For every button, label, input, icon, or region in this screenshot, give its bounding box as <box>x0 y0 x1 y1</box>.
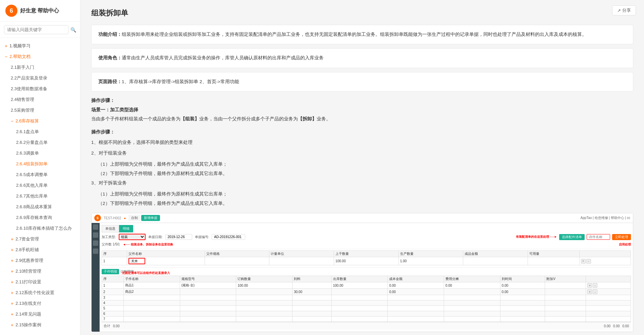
sidebar-item-video[interactable]: + 1.视频学习 <box>0 41 80 51</box>
sim-tab-home[interactable]: 自制 <box>128 215 141 221</box>
sidebar-item-personalize[interactable]: + 2.12系统个性化设置 <box>0 287 80 298</box>
share-button[interactable]: ↗ 分享 <box>612 5 636 15</box>
sim-th-seq: 序 <box>102 251 127 257</box>
sim-app-links: AppTao | 给您维修 | 帮助中心 | cc <box>581 216 630 220</box>
sim-footer-alloc: 0.00 <box>613 324 620 328</box>
sidebar: 6 好生意 帮助中心 🔍 + 1.视频学习 − 2.帮助文档 2.1新手入门 2… <box>0 0 80 335</box>
step2-2-text: （2）下部明细为子件明细，最终作为原材料生成其它出库单。 <box>91 170 633 178</box>
sim-nav-tabs: 自制 新增单据 <box>128 215 160 221</box>
sim-th-b-seq: 序 <box>102 276 124 282</box>
sim-tab-new[interactable]: 新增单据 <box>141 215 160 221</box>
sidebar-item-faq[interactable]: + 2.14常见问题 <box>0 309 80 320</box>
sidebar-item-finance[interactable]: + 2.7资金管理 <box>0 234 80 244</box>
sidebar-item-sales[interactable]: 2.4销售管理 <box>0 94 80 105</box>
sim-row-del[interactable]: - <box>586 259 591 264</box>
sidebar-item-inv264[interactable]: 2.6.4组装拆卸单 <box>0 159 80 169</box>
sidebar-item-inv266[interactable]: 2.6.6其他入库单 <box>0 180 80 191</box>
sim-tab-mingxi[interactable]: 明细 <box>119 225 133 232</box>
sidebar-item-inv269[interactable]: 2.6.9库存账本查询 <box>0 212 80 223</box>
sim-row-add[interactable]: + <box>581 259 586 264</box>
table-row: 1 商品1 (规格·全) 100.00 100.00 0.00 0.00 0.0… <box>102 282 631 289</box>
sidebar-item-coupon[interactable]: + 2.9优惠券管理 <box>0 255 80 266</box>
path-card: 页面路径：1、库存核算->库存管理->组装拆卸单 2、首页->常用功能 <box>91 72 633 92</box>
sim-th-b-qty-out: 出库数量 <box>331 276 388 282</box>
sim-th-parent-spec: 父件规格 <box>205 251 269 257</box>
sim-row-del-b2[interactable]: - <box>593 289 597 294</box>
sim-input-search-part[interactable] <box>587 234 610 240</box>
share-icon: ↗ <box>617 8 621 13</box>
sidebar-item-inv261[interactable]: 2.6.1盘点单 <box>0 126 80 137</box>
sim-body: 本信息 明细 加工类型: 组装 拆卸 单据日期: 单据编号: <box>92 223 633 332</box>
step3-text: 3、对于拆装业务 <box>91 179 633 187</box>
sim-row-add-b1[interactable]: + <box>587 283 592 288</box>
sidebar-item-inv265[interactable]: 2.6.5成本调整单 <box>0 169 80 180</box>
sidebar-item-onlinepay[interactable]: + 2.13在线支付 <box>0 298 80 309</box>
search-button[interactable]: 🔍 <box>70 27 76 33</box>
sidebar-item-newbie[interactable]: 2.1新手入门 <box>0 62 80 73</box>
sidebar-item-inv268[interactable]: 2.6.8商品成本重算 <box>0 202 80 212</box>
sim-th-b-time: 到时间 <box>500 276 545 282</box>
sim-input-parent-name[interactable] <box>128 258 145 264</box>
logo-text: 好生意 帮助中心 <box>20 7 59 14</box>
sim-th-b-alloc: 费用分摊 <box>444 276 500 282</box>
sim-select-type[interactable]: 组装 拆卸 <box>119 234 146 240</box>
sidebar-item-inv267[interactable]: 2.6.7其他出库单 <box>0 191 80 202</box>
table-row: 1 100.00 1.00 <box>102 257 631 265</box>
sim-tab-jicai[interactable]: 本信息 <box>102 225 119 232</box>
sidebar-item-purchase[interactable]: 2.5采购管理 <box>0 105 80 116</box>
sim-th-b-name: 子件名称 <box>124 276 180 282</box>
sidebar-item-data[interactable]: 2.3使用前数据准备 <box>0 83 80 94</box>
sim-th-unit: 计量单位 <box>269 251 334 257</box>
minus-icon-inventory: − <box>11 118 13 124</box>
table-row: 5 <box>102 306 631 311</box>
sidebar-item-print[interactable]: + 2.11打印设置 <box>0 277 80 287</box>
sidebar-item-help[interactable]: − 2.帮助文档 <box>0 51 80 62</box>
sim-status-icon: ● <box>124 216 126 220</box>
nav-tree: + 1.视频学习 − 2.帮助文档 2.1新手入门 2.2产品安装及登录 2.3… <box>0 38 80 335</box>
annotation-enable: 启用处理 <box>619 242 631 247</box>
sidebar-item-install[interactable]: 2.2产品安装及登录 <box>0 73 80 83</box>
sim-form-row-1: 加工类型: 组装 拆卸 单据日期: 单据编号: 有装配清单的在这里处理 ──► … <box>102 234 631 240</box>
sim-row-add-b2[interactable]: + <box>587 289 592 294</box>
main-content: ↗ 分享 组装拆卸单 功能介绍：组装拆卸单用来处理企业组装或拆卸等加工业务，支持… <box>80 0 644 335</box>
logo-area: 6 好生意 帮助中心 <box>0 0 80 22</box>
sidebar-item-mgmt[interactable]: + 2.10经营管理 <box>0 266 80 277</box>
sidebar-item-mobile[interactable]: + 2.8手机旺辅 <box>0 244 80 255</box>
sidebar-item-inv262[interactable]: 2.6.2分量盘点单 <box>0 137 80 148</box>
search-area: 🔍 <box>0 22 80 38</box>
sim-th-avail: 可用量 <box>528 251 579 257</box>
sim-btn-search[interactable]: 立即处理 <box>612 234 631 240</box>
sim-btn-assembly[interactable]: 选择配件清单 <box>559 234 585 240</box>
sim-th-parent-name: 父件名称 <box>127 251 205 257</box>
search-input[interactable] <box>4 25 68 34</box>
sidebar-item-cases[interactable]: + 2.15操作案例 <box>0 320 80 330</box>
sim-label-type: 加工类型: <box>102 235 116 239</box>
sim-td-qty2: 1.00 <box>398 257 463 265</box>
sidebar-item-inv263[interactable]: 2.6.3调拨单 <box>0 148 80 159</box>
sidebar-item-inventory[interactable]: − 2.6库存核算 <box>0 116 80 126</box>
sidebar-item-inv2610[interactable]: 2.6.10库存账本搞错了怎么办 <box>0 223 80 234</box>
sim-table-bottom-header: 序 子件名称 规格型号 订购数量 到料 出库数量 成本金额 费用分摊 到时间 <box>102 276 631 282</box>
sim-th-b-spec: 规格型号 <box>180 276 236 282</box>
sim-input-billno[interactable] <box>212 234 245 240</box>
ops-steps-title: 操作步骤： <box>91 98 633 104</box>
plus-icon-mobile: + <box>11 247 13 253</box>
plus-icon-coupon: + <box>11 258 13 263</box>
table-row: 6 <box>102 311 631 317</box>
step2-1-text: （1）上部明细为父件明细，最终作为产成品生成其它入库单； <box>91 160 633 168</box>
table-row: 4 <box>102 300 631 306</box>
sim-section-tabs: 本信息 明细 <box>102 225 631 232</box>
annotation-switch: ◄── 组装业务、拆卸业务在这里切换 <box>123 242 173 247</box>
sim-bottom-table-wrap: 无固定清单可以在组件栏处直接录入 序 子件名称 规格型号 订购数量 到料 出库数… <box>102 276 631 322</box>
sim-topbar: 6 TEST-H002 ● 自制 新增单据 AppTao | 给您维修 | 帮助… <box>92 213 633 223</box>
sim-logo-icon: 6 <box>94 215 101 221</box>
sim-td-unit <box>269 257 334 265</box>
scenario1-title: 场景一：加工类型选择 <box>91 107 633 113</box>
sim-sidebar-icon-3 <box>93 240 98 246</box>
sim-th-b-extra: 附加V <box>545 276 586 282</box>
plus-icon-onlinepay: + <box>11 301 13 306</box>
sim-input-date[interactable] <box>165 234 192 240</box>
scene1-desc: 当由多个子件材料组装成一个成品的业务为【组装】业务，当由一个父件拆分成多个子产品… <box>91 115 633 123</box>
sim-row-del-b1[interactable]: - <box>593 283 597 288</box>
sim-footer-extra: 0.00 <box>623 324 629 328</box>
